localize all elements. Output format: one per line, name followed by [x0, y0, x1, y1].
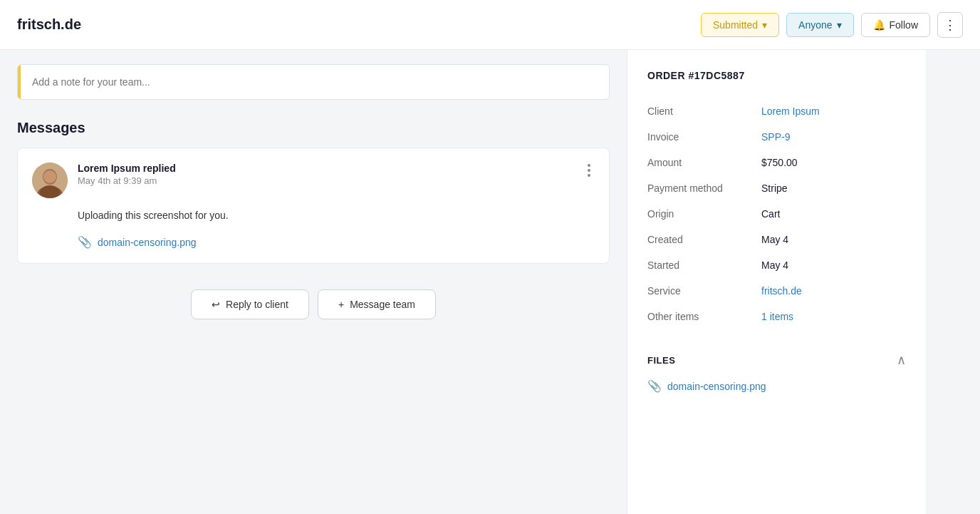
app-title: fritsch.de	[17, 16, 701, 33]
order-row-amount: Amount $750.00	[647, 150, 906, 175]
order-row-invoice: Invoice SPP-9	[647, 124, 906, 150]
main-layout: Messages Lorem Ipsum replied May 4th	[0, 50, 980, 514]
reply-icon: ↩	[212, 299, 220, 310]
message-author: Lorem Ipsum replied	[78, 163, 573, 174]
files-header: FILES ∧	[647, 352, 906, 368]
header: fritsch.de Submitted ▾ Anyone ▾ 🔔 Follow…	[0, 0, 980, 50]
follow-button[interactable]: 🔔 Follow	[861, 13, 930, 37]
action-buttons: ↩ Reply to client + Message team	[17, 275, 610, 334]
messages-section-title: Messages	[17, 120, 610, 136]
message-card: Lorem Ipsum replied May 4th at 9:39 am U…	[17, 148, 610, 264]
order-value-started: May 4	[761, 259, 788, 271]
note-input[interactable]	[21, 65, 609, 99]
left-panel: Messages Lorem Ipsum replied May 4th	[0, 50, 627, 514]
reply-label: Reply to client	[226, 299, 288, 310]
order-value-invoice[interactable]: SPP-9	[761, 131, 790, 143]
order-label-service: Service	[647, 285, 761, 297]
plus-icon: +	[338, 299, 344, 310]
attachment-link[interactable]: 📎 domain-censoring.png	[32, 235, 595, 249]
status-button[interactable]: Submitted ▾	[701, 13, 779, 37]
message-meta: Lorem Ipsum replied May 4th at 9:39 am	[78, 163, 573, 186]
order-details: Client Lorem Ipsum Invoice SPP-9 Amount …	[647, 98, 906, 329]
note-input-wrapper	[17, 64, 610, 100]
order-value-amount: $750.00	[761, 157, 798, 168]
file-item: 📎 domain-censoring.png	[647, 379, 906, 393]
assignee-label: Anyone	[798, 19, 832, 31]
right-panel: ORDER #17DC5887 Client Lorem Ipsum Invoi…	[627, 50, 926, 514]
order-value-payment-method: Stripe	[761, 183, 788, 194]
status-label: Submitted	[713, 19, 758, 31]
file-link[interactable]: domain-censoring.png	[667, 381, 766, 392]
svg-point-3	[43, 170, 56, 183]
more-button[interactable]: ⋮	[937, 12, 963, 38]
order-label-payment-method: Payment method	[647, 183, 761, 194]
order-label-invoice: Invoice	[647, 131, 761, 143]
message-label: Message team	[350, 299, 415, 310]
order-row-origin: Origin Cart	[647, 201, 906, 227]
message-body: Uploading this screenshot for you.	[32, 210, 595, 221]
order-label-started: Started	[647, 259, 761, 271]
reply-to-client-button[interactable]: ↩ Reply to client	[191, 289, 309, 319]
order-row-created: Created May 4	[647, 227, 906, 252]
file-paperclip-icon: 📎	[647, 379, 662, 393]
paperclip-icon: 📎	[78, 235, 92, 249]
files-title: FILES	[647, 355, 675, 366]
order-label-client: Client	[647, 106, 761, 117]
message-team-button[interactable]: + Message team	[318, 289, 436, 319]
order-title: ORDER #17DC5887	[647, 70, 906, 81]
message-options-button[interactable]	[583, 163, 595, 178]
order-row-started: Started May 4	[647, 252, 906, 278]
message-header: Lorem Ipsum replied May 4th at 9:39 am	[32, 163, 595, 198]
order-row-client: Client Lorem Ipsum	[647, 98, 906, 124]
order-value-client[interactable]: Lorem Ipsum	[761, 106, 820, 117]
order-label-other-items: Other items	[647, 311, 761, 322]
order-value-service[interactable]: fritsch.de	[761, 285, 802, 297]
avatar	[32, 163, 68, 198]
order-value-origin: Cart	[761, 208, 780, 220]
order-value-other-items[interactable]: 1 items	[761, 311, 793, 322]
order-label-amount: Amount	[647, 157, 761, 168]
assignee-button[interactable]: Anyone ▾	[786, 13, 853, 37]
attachment-filename: domain-censoring.png	[98, 237, 197, 248]
message-time: May 4th at 9:39 am	[78, 175, 573, 186]
order-row-other-items: Other items 1 items	[647, 304, 906, 329]
more-icon: ⋮	[944, 17, 957, 33]
order-label-created: Created	[647, 234, 761, 245]
order-row-payment-method: Payment method Stripe	[647, 175, 906, 201]
follow-label: Follow	[890, 19, 918, 31]
order-row-service: Service fritsch.de	[647, 278, 906, 304]
header-actions: Submitted ▾ Anyone ▾ 🔔 Follow ⋮	[701, 12, 963, 38]
bell-icon: 🔔	[873, 19, 885, 31]
status-dropdown-icon: ▾	[762, 19, 767, 31]
files-section: FILES ∧ 📎 domain-censoring.png	[647, 352, 906, 393]
assignee-dropdown-icon: ▾	[837, 19, 842, 31]
order-label-origin: Origin	[647, 208, 761, 220]
files-toggle-button[interactable]: ∧	[897, 352, 906, 368]
order-value-created: May 4	[761, 234, 788, 245]
